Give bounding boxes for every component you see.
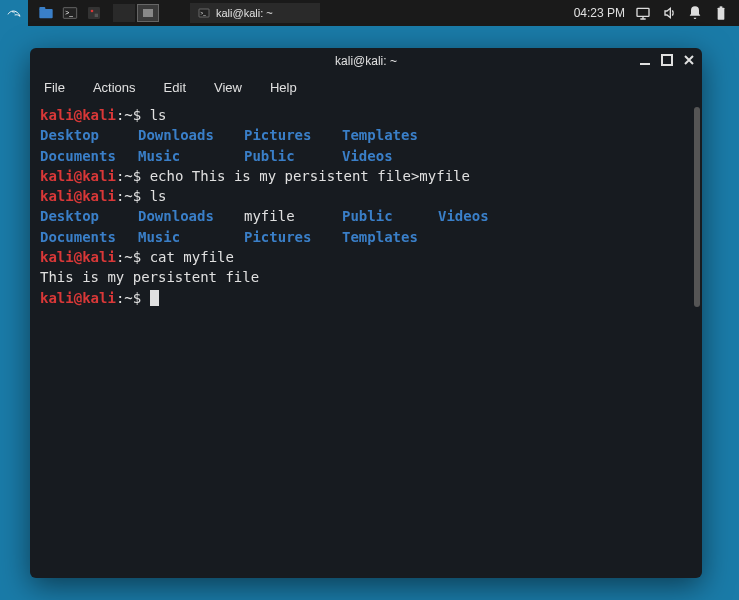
svg-rect-13 [640, 63, 650, 65]
dir-documents2: Documents [40, 227, 138, 247]
dir-music: Music [138, 146, 244, 166]
menu-view[interactable]: View [210, 78, 254, 97]
menu-file[interactable]: File [40, 78, 77, 97]
prompt-dollar: $ [133, 107, 141, 123]
taskbar-label: kali@kali: ~ [216, 7, 273, 19]
taskbar-terminal-button[interactable]: >_ kali@kali: ~ [190, 3, 320, 23]
svg-rect-10 [637, 8, 649, 16]
dir-videos: Videos [342, 148, 393, 164]
menubar: File Actions Edit View Help [30, 74, 702, 103]
power-icon[interactable] [713, 5, 729, 21]
window-title: kali@kali: ~ [335, 54, 397, 68]
titlebar[interactable]: kali@kali: ~ [30, 48, 702, 74]
dir-public2: Public [342, 206, 438, 226]
svg-rect-6 [95, 14, 98, 17]
top-panel: >_ >_ kali@kali: ~ 04:23 PM [0, 0, 739, 26]
menu-edit[interactable]: Edit [160, 78, 198, 97]
dir-desktop: Desktop [40, 125, 138, 145]
dir-pictures: Pictures [244, 125, 342, 145]
panel-left: >_ >_ kali@kali: ~ [0, 0, 320, 26]
terminal-launcher-icon[interactable]: >_ [58, 0, 82, 26]
dir-public: Public [244, 146, 342, 166]
dir-desktop2: Desktop [40, 206, 138, 226]
panel-right: 04:23 PM [574, 5, 739, 21]
svg-rect-0 [39, 9, 52, 18]
cat-output: This is my persistent file [40, 267, 694, 287]
files-icon[interactable] [34, 0, 58, 26]
cursor [150, 290, 159, 306]
dir-documents: Documents [40, 146, 138, 166]
cmd-cat: cat myfile [150, 249, 234, 265]
scrollbar[interactable] [694, 107, 700, 307]
cmd-echo: echo This is my persistent file>myfile [150, 168, 470, 184]
svg-rect-11 [718, 8, 725, 20]
cmd-ls-2: ls [150, 188, 167, 204]
terminal-output[interactable]: kali@kali:~$ ls DesktopDownloadsPictures… [30, 103, 702, 578]
notifications-icon[interactable] [687, 5, 703, 21]
dir-downloads: Downloads [138, 125, 244, 145]
file-myfile: myfile [244, 206, 342, 226]
dir-videos2: Videos [438, 208, 489, 224]
prompt-at: @ [74, 107, 82, 123]
svg-rect-4 [88, 7, 100, 19]
svg-point-5 [91, 10, 94, 13]
minimize-button[interactable] [636, 51, 654, 69]
svg-rect-12 [720, 6, 723, 8]
display-icon[interactable] [635, 5, 651, 21]
dir-templates2: Templates [342, 229, 418, 245]
prompt-host: kali [82, 107, 116, 123]
volume-icon[interactable] [661, 5, 677, 21]
window-controls [636, 51, 698, 69]
svg-text:>_: >_ [201, 11, 207, 16]
dir-pictures2: Pictures [244, 227, 342, 247]
dir-templates: Templates [342, 127, 418, 143]
cmd-ls-1: ls [150, 107, 167, 123]
terminal-window: kali@kali: ~ File Actions Edit View Help… [30, 48, 702, 578]
svg-rect-1 [39, 7, 45, 10]
svg-rect-14 [662, 55, 672, 65]
app-launcher-icon[interactable] [82, 0, 106, 26]
kali-menu-icon[interactable] [0, 0, 28, 26]
dir-music2: Music [138, 227, 244, 247]
workspace-2-active[interactable] [137, 4, 159, 22]
svg-rect-7 [143, 9, 153, 17]
prompt-user: kali [40, 107, 74, 123]
dir-downloads2: Downloads [138, 206, 244, 226]
svg-text:>_: >_ [65, 9, 73, 17]
menu-actions[interactable]: Actions [89, 78, 148, 97]
menu-help[interactable]: Help [266, 78, 309, 97]
close-button[interactable] [680, 51, 698, 69]
maximize-button[interactable] [658, 51, 676, 69]
prompt-cwd: ~ [124, 107, 132, 123]
workspace-1[interactable] [113, 4, 135, 22]
clock[interactable]: 04:23 PM [574, 6, 625, 20]
